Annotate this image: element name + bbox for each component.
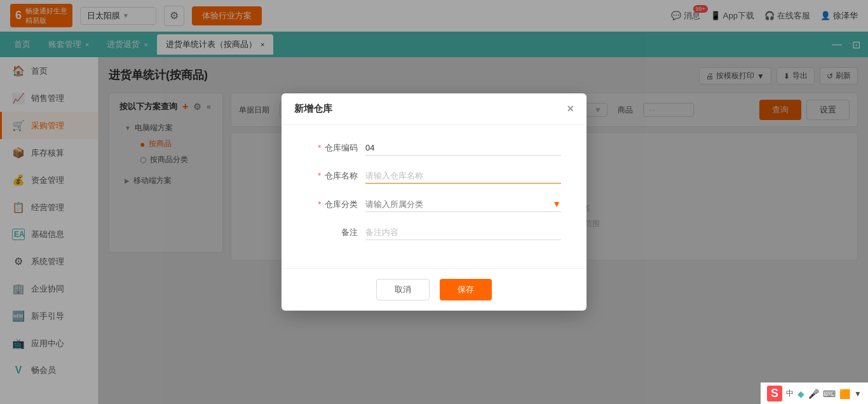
category-dropdown-icon[interactable]: ▼ bbox=[552, 199, 561, 209]
remark-input[interactable] bbox=[365, 225, 561, 240]
bottom-mic-icon[interactable]: 🎤 bbox=[808, 389, 819, 399]
required-mark-code: * bbox=[318, 143, 321, 152]
bottom-bar: S 中 ◆ 🎤 ⌨ 🟧 ▼ bbox=[761, 382, 868, 404]
warehouse-category-label: * 仓库分类 bbox=[307, 199, 358, 210]
bottom-zh-icon[interactable]: 中 bbox=[786, 388, 794, 399]
bottom-square-icon[interactable]: 🟧 bbox=[839, 389, 850, 399]
modal-header: 新增仓库 × bbox=[281, 93, 587, 125]
save-button[interactable]: 保存 bbox=[440, 279, 492, 300]
required-mark-category: * bbox=[318, 199, 321, 209]
cancel-button[interactable]: 取消 bbox=[376, 279, 430, 300]
warehouse-code-input[interactable] bbox=[365, 140, 561, 156]
remark-row: 备注 bbox=[307, 225, 561, 240]
modal-footer: 取消 保存 bbox=[281, 268, 587, 311]
remark-label: 备注 bbox=[307, 227, 358, 238]
warehouse-category-select-wrapper: ▼ bbox=[365, 196, 561, 212]
warehouse-name-label: * 仓库名称 bbox=[307, 170, 358, 182]
warehouse-category-row: * 仓库分类 ▼ bbox=[307, 196, 561, 212]
modal-close-btn[interactable]: × bbox=[567, 102, 574, 116]
bottom-dot-icon[interactable]: ◆ bbox=[797, 389, 804, 399]
required-mark-name: * bbox=[318, 171, 321, 180]
warehouse-name-row: * 仓库名称 bbox=[307, 168, 561, 184]
modal-title: 新增仓库 bbox=[294, 103, 332, 115]
warehouse-code-label: * 仓库编码 bbox=[307, 142, 358, 154]
bottom-keyboard-icon[interactable]: ⌨ bbox=[823, 389, 836, 399]
bottom-down-icon[interactable]: ▼ bbox=[854, 389, 862, 398]
modal-dialog: 新增仓库 × * 仓库编码 * 仓库名称 bbox=[281, 93, 587, 311]
warehouse-category-input[interactable] bbox=[365, 199, 552, 209]
warehouse-name-input[interactable] bbox=[365, 168, 561, 184]
modal-overlay: 新增仓库 × * 仓库编码 * 仓库名称 bbox=[0, 0, 868, 404]
bottom-s-logo: S bbox=[767, 386, 782, 401]
modal-body: * 仓库编码 * 仓库名称 * 仓库分类 bbox=[281, 125, 587, 268]
warehouse-code-row: * 仓库编码 bbox=[307, 140, 561, 156]
